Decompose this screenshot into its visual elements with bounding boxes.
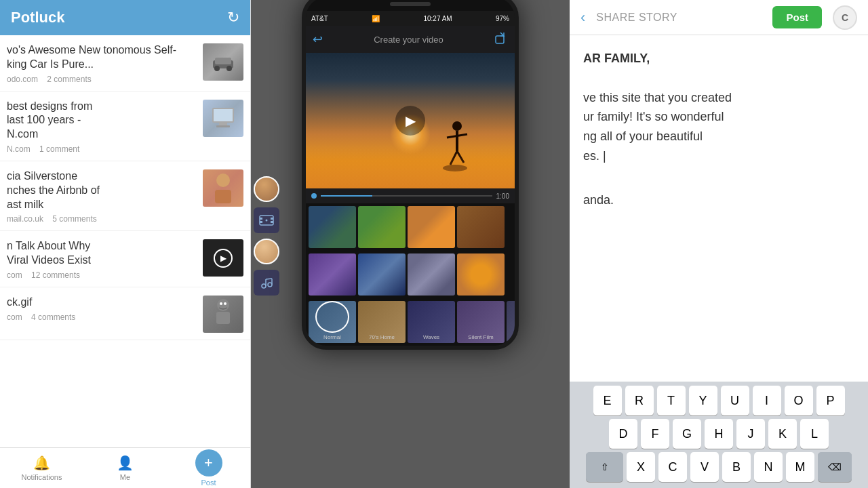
key-J[interactable]: J — [736, 419, 765, 449]
list-item[interactable]: cia Silverstonenches the Airbnb ofast mi… — [0, 161, 250, 231]
thumb-2[interactable] — [358, 206, 406, 248]
water-reflection — [306, 148, 515, 188]
back-button[interactable]: ‹ — [580, 9, 585, 26]
avatar-2[interactable] — [254, 239, 279, 264]
key-P[interactable]: P — [816, 386, 845, 415]
key-I[interactable]: I — [753, 386, 781, 415]
key-V[interactable]: V — [690, 452, 719, 482]
refresh-icon[interactable]: ↻ — [227, 9, 239, 26]
key-T[interactable]: T — [657, 386, 686, 415]
phone-nav-bar: ↩ Create your video — [306, 26, 515, 53]
feed-item-meta: mail.co.uk 5 comments — [7, 214, 196, 224]
list-item[interactable]: n Talk About WhyViral Videos Exist com 1… — [0, 231, 250, 287]
phone-thumb-row-1 — [306, 203, 515, 251]
key-B[interactable]: B — [722, 452, 751, 482]
thumb-1[interactable] — [309, 206, 356, 248]
key-C[interactable]: C — [658, 452, 687, 482]
key-D[interactable]: D — [609, 419, 637, 449]
key-E[interactable]: E — [593, 386, 622, 415]
right-panel: ‹ SHARE STORY Post C AR FAMILY, ve this … — [570, 0, 868, 488]
filter-label-da[interactable]: Da — [507, 301, 515, 343]
nav-notifications[interactable]: 🔔 Notifications — [0, 455, 83, 481]
list-item[interactable]: ck.gif com 4 comments — [0, 287, 250, 340]
keyboard-row-3: ⇧ X C V B N M ⌫ — [572, 452, 865, 482]
key-R[interactable]: R — [625, 386, 654, 415]
list-item[interactable]: best designs fromlast 100 years -N.com N… — [0, 92, 250, 161]
play-button[interactable]: ▶ — [395, 106, 425, 136]
strip-icon-film[interactable] — [254, 207, 279, 233]
phone-status-bar: AT&T 📶 10:27 AM 97% — [306, 11, 515, 26]
filter-name-70s: 70's Home — [369, 334, 395, 340]
filter-label-70s[interactable]: 70's Home — [358, 301, 406, 343]
feed-item-thumbnail — [203, 169, 243, 207]
filter-label-silent[interactable]: Silent Film — [457, 301, 505, 343]
key-L[interactable]: L — [800, 419, 829, 449]
nav-post-label: Post — [201, 479, 216, 487]
thumb-3[interactable] — [408, 206, 455, 248]
list-item[interactable]: vo's Awesome New tonomous Self-king Car … — [0, 35, 250, 92]
share-story-label: SHARE STORY — [596, 12, 762, 24]
key-N[interactable]: N — [754, 452, 783, 482]
phone-filter-labels-row: Normal 70's Home Waves Silent Film Da — [306, 298, 515, 346]
key-U[interactable]: U — [721, 386, 749, 415]
filter-2[interactable] — [358, 253, 406, 296]
progress-line[interactable] — [321, 195, 492, 197]
filter-label-normal[interactable]: Normal — [309, 301, 356, 343]
bottom-nav: 🔔 Notifications 👤 Me + Post — [0, 447, 250, 488]
left-header: Potluck ↻ — [0, 0, 250, 35]
feed-item-title: vo's Awesome New tonomous Self-king Car … — [7, 43, 196, 72]
story-signature: anda. — [583, 190, 854, 210]
feed-item-meta: com 12 comments — [7, 270, 196, 280]
phone-share-icon[interactable] — [494, 32, 508, 47]
filter-1[interactable] — [309, 253, 356, 296]
backspace-key[interactable]: ⌫ — [818, 452, 852, 482]
svg-rect-1 — [215, 58, 231, 64]
progress-fill — [321, 195, 372, 197]
key-G[interactable]: G — [673, 419, 701, 449]
story-text-content: AR FAMILY, ve this site that you created… — [583, 49, 854, 166]
feed-item-text: cia Silverstonenches the Airbnb ofast mi… — [7, 169, 196, 224]
svg-rect-13 — [216, 312, 230, 324]
phone-back-icon[interactable]: ↩ — [313, 32, 323, 47]
filter-3[interactable] — [408, 253, 455, 296]
strip-icon-music[interactable] — [254, 270, 279, 296]
thumb-4[interactable] — [457, 206, 505, 248]
keyboard-row-2: D F G H J K L — [572, 419, 865, 449]
phone-speaker-bar — [306, 0, 515, 11]
svg-rect-7 — [216, 125, 230, 127]
filter-4[interactable] — [457, 253, 505, 296]
progress-time: 1:00 — [496, 192, 509, 200]
left-strip — [251, 0, 281, 488]
feed-item-meta: N.com 1 comment — [7, 144, 196, 154]
post-button[interactable]: Post — [772, 6, 822, 28]
key-M[interactable]: M — [786, 452, 814, 482]
phone-progress-bar: 1:00 — [306, 188, 515, 203]
svg-rect-16 — [260, 221, 262, 223]
shift-key[interactable]: ⇧ — [586, 452, 623, 482]
story-text-area[interactable]: AR FAMILY, ve this site that you created… — [570, 35, 868, 382]
svg-rect-25 — [496, 36, 504, 43]
feed-item-text: n Talk About WhyViral Videos Exist com 1… — [7, 239, 196, 280]
time-label: 10:27 AM — [423, 15, 452, 22]
nav-me[interactable]: 👤 Me — [83, 455, 167, 481]
wifi-icon: 📶 — [372, 15, 380, 22]
feed-item-text: ck.gif com 4 comments — [7, 296, 196, 322]
phone-speaker — [390, 2, 431, 6]
key-X[interactable]: X — [627, 452, 655, 482]
key-H[interactable]: H — [705, 419, 733, 449]
circle-button[interactable]: C — [833, 5, 857, 30]
left-panel: Potluck ↻ vo's Awesome New tonomous Self… — [0, 0, 251, 488]
svg-rect-18 — [271, 221, 273, 223]
svg-point-20 — [262, 284, 266, 288]
notifications-icon: 🔔 — [33, 455, 50, 471]
key-Y[interactable]: Y — [689, 386, 717, 415]
filter-label-waves[interactable]: Waves — [408, 301, 455, 343]
key-F[interactable]: F — [641, 419, 669, 449]
svg-rect-17 — [271, 218, 273, 220]
key-K[interactable]: K — [768, 419, 797, 449]
svg-rect-15 — [260, 218, 262, 220]
nav-post[interactable]: + Post — [167, 449, 250, 487]
svg-line-24 — [266, 279, 272, 279]
key-O[interactable]: O — [785, 386, 813, 415]
avatar-1[interactable] — [254, 176, 279, 202]
